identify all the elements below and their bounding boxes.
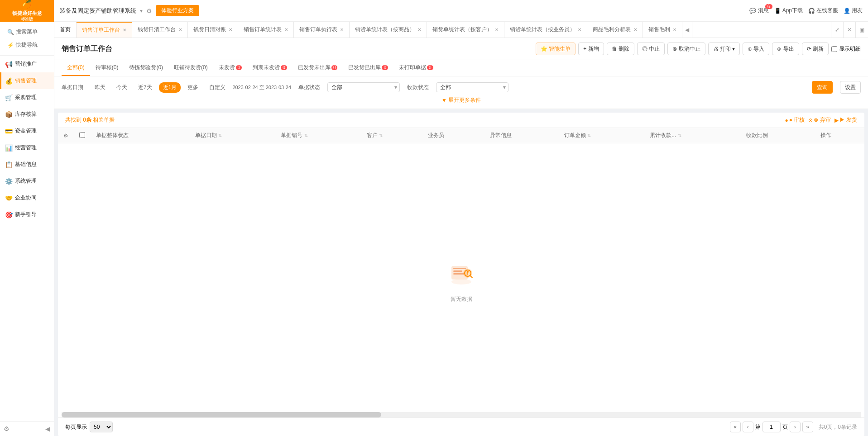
sidebar-item-finance[interactable]: 💳 资金管理: [0, 123, 54, 139]
sidebar-item-guide[interactable]: 🎯 新手引导: [0, 206, 54, 223]
online-service-btn[interactable]: 🎧 在线客服: [808, 7, 838, 14]
smart-gen-button[interactable]: ⭐ 智能生单: [536, 43, 575, 55]
stop-button[interactable]: ◎ 中止: [637, 43, 665, 55]
tab-close-sales-more[interactable]: ✕: [673, 27, 676, 32]
col-settings-icon[interactable]: ⚙: [63, 133, 68, 139]
cancel-stop-button[interactable]: ⊗ 取消中止: [667, 43, 705, 55]
tab-sales-product[interactable]: 销货单统计表（按商品） ✕: [350, 22, 427, 38]
date-btn-yesterday[interactable]: 昨天: [91, 82, 110, 93]
delete-button[interactable]: 🗑 删除: [607, 43, 634, 55]
date-btn-1month[interactable]: 近1月: [159, 82, 181, 93]
ship-action-btn[interactable]: ▶ ▶ 发货: [834, 116, 857, 124]
subtab-not-shipped[interactable]: 未发货0: [213, 60, 248, 76]
tab-cash-account[interactable]: 钱货日清对账 ✕: [188, 22, 238, 38]
message-btn[interactable]: 💬 消息 6: [749, 7, 769, 14]
status-select[interactable]: 全部 审核 未审核: [327, 82, 400, 92]
scroll-thumb[interactable]: [62, 412, 381, 417]
tab-sales-more[interactable]: 销售毛利 ✕: [643, 22, 682, 38]
import-button[interactable]: ⊙ 导入: [743, 43, 769, 55]
first-page-btn[interactable]: «: [730, 422, 741, 432]
tab-sales-customer[interactable]: 销货单统计表（按客户） ✕: [427, 22, 504, 38]
tab-close-cashier[interactable]: ✕: [178, 27, 182, 32]
approve-action-btn[interactable]: ● ● 审核: [785, 116, 805, 124]
tab-close-gross-profit[interactable]: ✕: [633, 27, 637, 32]
date-btn-7days[interactable]: 近7天: [134, 82, 156, 93]
subtab-pending-review[interactable]: 待审核(0): [90, 60, 124, 76]
subtab-shipped-out[interactable]: 已发货已出库0: [343, 60, 393, 76]
show-detail-checkbox[interactable]: [831, 46, 837, 52]
quick-nav-item[interactable]: ⚡ 快捷导航: [4, 38, 50, 52]
user-btn[interactable]: 👤 用友: [844, 7, 863, 14]
subtab-overdue[interactable]: 到期未发货0: [247, 60, 293, 76]
sidebar-item-system[interactable]: ⚙️ 系统管理: [0, 173, 54, 190]
expand-btn[interactable]: ▼ 展开更多条件: [441, 96, 481, 104]
sidebar-item-purchase[interactable]: 🛒 采购管理: [0, 89, 54, 106]
cooperation-icon: 🤝: [5, 194, 12, 202]
app-download-btn[interactable]: 📱 App下载: [774, 7, 803, 14]
tab-close-all[interactable]: ✕: [843, 22, 855, 38]
prev-page-btn[interactable]: ‹: [743, 422, 753, 432]
tab-scroll-left[interactable]: ◀: [682, 22, 692, 38]
tab-sales-staff[interactable]: 销货单统计表（按业务员） ✕: [504, 22, 587, 38]
subtab-shipped-not-out[interactable]: 已发货未出库0: [293, 60, 343, 76]
col-amount-sort[interactable]: ⇅: [587, 133, 591, 138]
subtab-pending-inspect[interactable]: 待拣货验货(0): [124, 60, 168, 76]
settings-gear-icon[interactable]: ⚙: [146, 7, 152, 14]
sidebar-item-inventory[interactable]: 📦 库存核算: [0, 106, 54, 123]
tab-sales-order[interactable]: 销售订单工作台 ✕: [77, 22, 132, 38]
chevron-down-icon[interactable]: ▾: [140, 8, 143, 14]
search-menu-item[interactable]: 🔍 搜索菜单: [4, 25, 50, 38]
tab-close-sales-customer[interactable]: ✕: [495, 27, 499, 32]
tab-close-sales-order[interactable]: ✕: [123, 28, 126, 33]
tab-gross-profit[interactable]: 商品毛利分析表 ✕: [587, 22, 643, 38]
tab-menu[interactable]: ▣: [855, 22, 868, 38]
refresh-button[interactable]: ⟳ 刷新: [802, 43, 829, 55]
app-download-label: App下载: [782, 7, 803, 14]
payment-select[interactable]: 全部 已收款 未收款: [436, 82, 508, 92]
tab-maximize[interactable]: ⤢: [831, 22, 843, 38]
subtab-wangpu[interactable]: 旺铺待发货(0): [168, 60, 213, 76]
set-button[interactable]: 设置: [840, 81, 861, 94]
tab-close-sales-product[interactable]: ✕: [417, 27, 421, 32]
add-button[interactable]: + 新增: [578, 43, 604, 55]
not-printed-badge: 0: [427, 65, 433, 70]
tab-cashier[interactable]: 钱货日清工作台 ✕: [132, 22, 188, 38]
col-customer-sort[interactable]: ⇅: [379, 133, 383, 138]
print-button[interactable]: 🖨 打印 ▾: [708, 43, 740, 55]
page-number-input[interactable]: [762, 422, 781, 432]
next-page-btn[interactable]: ›: [790, 422, 801, 432]
select-all-checkbox[interactable]: [79, 132, 85, 138]
settings-icon[interactable]: ⚙: [4, 425, 10, 432]
date-btn-more[interactable]: 更多: [183, 82, 202, 93]
export-button[interactable]: ⊙ 导出: [772, 43, 799, 55]
sidebar-item-sales[interactable]: 💰 销售管理: [0, 72, 54, 89]
cancel-approve-label: ⊗ 弃审: [814, 116, 830, 124]
tab-close-cash-account[interactable]: ✕: [229, 27, 232, 32]
tab-sales-stat[interactable]: 销售订单统计表 ✕: [238, 22, 294, 38]
col-number-sort[interactable]: ⇅: [304, 133, 308, 138]
sales-customer-tab-label: 销货单统计表（按客户）: [432, 26, 492, 33]
trial-btn[interactable]: 体验行业方案: [156, 5, 199, 16]
sidebar-item-operations[interactable]: 📊 经营管理: [0, 139, 54, 156]
col-collected-sort[interactable]: ⇅: [678, 133, 681, 138]
show-detail-checkbox-wrap[interactable]: 显示明细: [831, 45, 861, 53]
tab-home[interactable]: 首页: [54, 22, 77, 38]
sidebar-item-cooperation[interactable]: 🤝 企业协同: [0, 190, 54, 206]
tab-sales-exec[interactable]: 销售订单执行表 ✕: [294, 22, 350, 38]
query-button[interactable]: 查询: [812, 81, 833, 94]
date-btn-custom[interactable]: 自定义: [205, 82, 230, 93]
scroll-track[interactable]: [62, 412, 861, 417]
sidebar-item-basic[interactable]: 📋 基础信息: [0, 156, 54, 173]
tab-close-sales-staff[interactable]: ✕: [578, 27, 581, 32]
collapse-icon[interactable]: ◀: [45, 425, 50, 432]
subtab-all[interactable]: 全部(0): [62, 60, 90, 76]
subtab-not-printed[interactable]: 未打印单据0: [393, 60, 439, 76]
last-page-btn[interactable]: »: [802, 422, 813, 432]
tab-close-sales-exec[interactable]: ✕: [340, 27, 344, 32]
page-size-select[interactable]: 10 20 50 100: [90, 422, 113, 432]
cancel-approve-action-btn[interactable]: ⊗ ⊗ 弃审: [808, 116, 830, 124]
sidebar-item-marketing[interactable]: 📢 营销推广: [0, 56, 54, 72]
tab-close-sales-stat[interactable]: ✕: [284, 27, 288, 32]
col-date-sort[interactable]: ⇅: [218, 133, 222, 138]
date-btn-today[interactable]: 今天: [112, 82, 131, 93]
